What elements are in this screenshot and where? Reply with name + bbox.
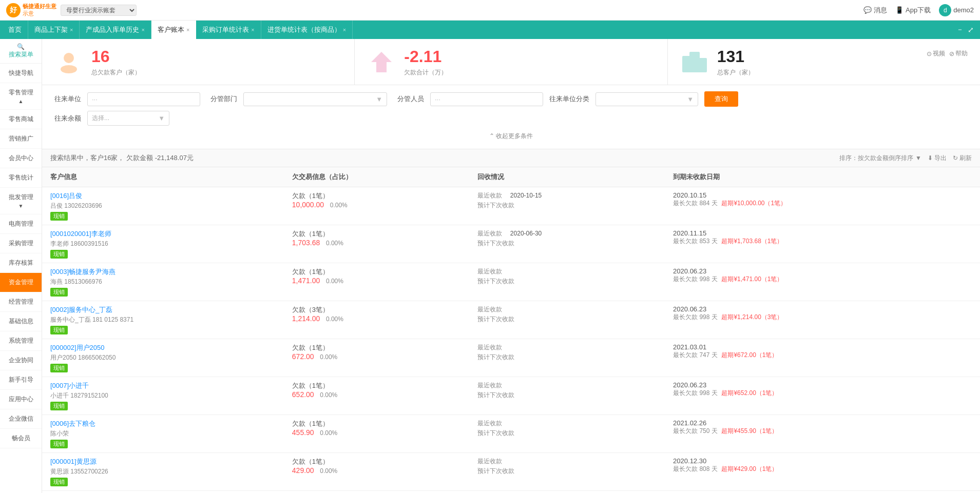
view-btn[interactable]: ⊙ 视频 [927,49,945,58]
query-button[interactable]: 查询 [704,91,738,107]
tab-close-purchase-stats[interactable]: × [251,27,254,33]
sidebar-item-members[interactable]: 会员中心 [0,149,42,168]
customer-name-2[interactable]: [0003]畅捷服务尹海燕 [50,267,276,277]
customer-name-7[interactable]: [000001]黄思源 [50,457,276,466]
stat-card-total: 131 总客户（家） ⊙ 视频 ⊘ 帮助 [668,39,980,85]
debt-amount-4[interactable]: 672.00 [292,352,314,361]
overdue-days-7: 最长欠款 808 天 [673,465,718,472]
overdue-link-7[interactable]: 超期¥429.00（1笔） [721,465,778,472]
tab-product-history[interactable]: 产成品入库单历史 × [80,21,151,39]
customer-tag-0: 现销 [50,212,68,221]
overdue-link-1[interactable]: 超期¥1,703.68（1笔） [721,238,783,245]
tab-stock-stats[interactable]: 进货单统计表（按商品） × [261,21,353,39]
debt-ratio-4: 0.00% [320,353,337,361]
debt-amount-2[interactable]: 1,471.00 [292,277,320,285]
sidebar-item-app-center[interactable]: 应用中心 [0,390,42,409]
cell-overdue-4: 2021.03.01 最长欠款 747 天 超期¥672.00（1笔） [665,339,980,377]
help-btn[interactable]: ⊘ 帮助 [949,49,968,58]
filter-input-unit[interactable]: ··· [87,92,200,106]
stat-icon-debt [367,48,396,76]
sidebar-item-retail-mall[interactable]: 零售商城 [0,110,42,129]
customer-name-0[interactable]: [0016]吕俊 [50,191,276,201]
sidebar-item-retail-mgmt[interactable]: 零售管理 ▲ [0,83,42,110]
debt-amount-1[interactable]: 1,703.68 [292,239,320,247]
tab-goods-listing[interactable]: 商品上下架 × [28,21,80,39]
recovery-next-0: 预计下次收款 [477,201,657,210]
sidebar-search[interactable]: 🔍 搜索菜单 [0,39,42,64]
col-header-customer: 客户信息 [42,167,284,187]
refresh-button[interactable]: ↻ 刷新 [953,154,972,163]
sidebar-item-marketing[interactable]: 营销推广 [0,129,42,149]
tab-close-stock-stats[interactable]: × [343,27,346,33]
tab-maximize[interactable]: ⤢ [968,26,974,34]
overdue-link-6[interactable]: 超期¥455.90（1笔） [721,427,778,435]
sidebar-item-operations[interactable]: 经营管理 [0,292,42,312]
customer-tag-7: 现销 [50,478,68,486]
sidebar-item-wholesale-mgmt[interactable]: 批发管理 ▼ [0,188,42,214]
sidebar-item-ecommerce[interactable]: 电商管理 [0,214,42,234]
overdue-link-0[interactable]: 超期¥10,000.00（1笔） [721,200,786,207]
app-download-btn[interactable]: 📱 App下载 [895,6,931,15]
export-button[interactable]: ⬇ 导出 [928,154,947,163]
tab-minimize[interactable]: － [956,25,964,34]
filter-input-person[interactable]: ··· [430,92,543,106]
recovery-label-1: 最近收款 [477,230,502,237]
debt-count-6: 欠款（1笔） [292,419,461,428]
customer-name-3[interactable]: [0002]服务中心_丁磊 [50,305,276,314]
overdue-link-2[interactable]: 超期¥1,471.00（1笔） [721,275,783,283]
sidebar-item-basic-info[interactable]: 基础信息 [0,312,42,331]
sidebar-item-enterprise[interactable]: 企业协同 [0,351,42,370]
cell-customer-7: [000001]黄思源 黄思源 13552700226 现销 [42,453,284,491]
filter-input-unit-dots: ··· [92,95,98,103]
cell-recovery-1: 最近收款 2020-06-30 预计下次收款 [469,225,665,263]
overdue-days-5: 最长欠款 998 天 [673,389,718,397]
user-avatar-btn[interactable]: d demo2 [939,4,974,16]
message-btn[interactable]: 💬 消息 [863,6,887,15]
tab-home[interactable]: 首页 [2,21,28,39]
sidebar-item-system[interactable]: 系统管理 [0,331,42,351]
cell-debt-5: 欠款（1笔） 652.00 0.00% [284,377,469,415]
debt-amount-7[interactable]: 429.00 [292,466,314,475]
filter-select-category[interactable]: ▼ [595,92,698,106]
tab-close-customer-account[interactable]: × [186,27,189,33]
debt-ratio-0: 0.00% [330,202,348,209]
filter-collapse-btn[interactable]: ⌃ 收起更多条件 [50,130,972,143]
recovery-next-4: 预计下次收款 [477,353,657,362]
main-layout: 🔍 搜索菜单 快捷导航 零售管理 ▲ 零售商城 营销推广 会员中心 零售统计 批… [0,39,980,493]
recovery-next-2: 预计下次收款 [477,277,657,286]
debt-amount-5[interactable]: 652.00 [292,390,314,399]
recovery-next-1: 预计下次收款 [477,239,657,248]
overdue-link-5[interactable]: 超期¥652.00（1笔） [721,389,778,397]
tab-customer-account[interactable]: 客户账本 × [151,21,196,39]
customer-name-1[interactable]: [0001020001]李老师 [50,229,276,239]
filter-select-balance[interactable]: 选择... ▼ [87,111,169,126]
tab-purchase-stats[interactable]: 采购订单统计表 × [196,21,261,39]
chevron-down-icon-sort: ▼ [915,154,921,162]
cell-recovery-7: 最近收款 预计下次收款 [469,453,665,491]
cell-overdue-6: 2021.02.26 最长欠款 750 天 超期¥455.90（1笔） [665,415,980,453]
recovery-label-4: 最近收款 [477,344,502,351]
sidebar-item-wechat[interactable]: 企业微信 [0,409,42,429]
filter-select-dept[interactable]: ▼ [243,92,387,106]
sidebar-item-inventory[interactable]: 库存核算 [0,253,42,273]
customer-name-6[interactable]: [0006]去下粮仓 [50,419,276,428]
sort-selector[interactable]: 排序：按欠款金额倒序排序 ▼ [839,154,921,163]
overdue-link-3[interactable]: 超期¥1,214.00（3笔） [721,313,783,321]
sidebar-item-retail-stats[interactable]: 零售统计 [0,168,42,188]
debt-amount-6[interactable]: 455.90 [292,428,314,437]
tab-close-goods-listing[interactable]: × [70,27,73,33]
sidebar-item-finance[interactable]: 资金管理 [0,273,42,292]
sidebar-collapse[interactable]: 示意 [23,10,56,17]
tab-close-product-history[interactable]: × [141,27,144,33]
sidebar-item-purchase[interactable]: 采购管理 [0,234,42,253]
table-row: [0006]去下粮仓 陈小荣 现销 欠款（1笔） 455.90 0.00% 最近… [42,415,980,453]
debt-amount-3[interactable]: 1,214.00 [292,314,320,323]
stats-row: 16 总欠款客户（家） -2.11 欠款合计（万） [42,39,980,85]
company-selector[interactable]: 母婴行业演示账套 [61,5,137,16]
overdue-link-4[interactable]: 超期¥672.00（1笔） [721,351,778,359]
debt-amount-0[interactable]: 10,000.00 [292,201,324,209]
sidebar-item-member[interactable]: 畅会员 [0,429,42,448]
customer-name-5[interactable]: [0007]小进千 [50,381,276,390]
sidebar-item-guide[interactable]: 新手引导 [0,370,42,390]
customer-name-4[interactable]: [000002]用户2050 [50,343,276,352]
